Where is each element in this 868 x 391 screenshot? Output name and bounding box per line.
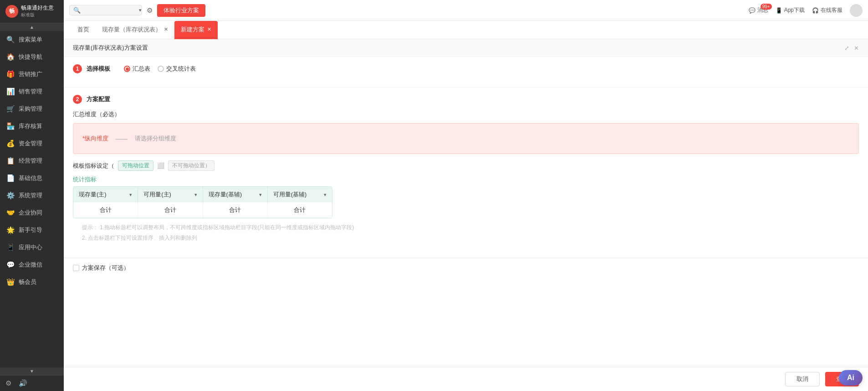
sidebar-item-newbie[interactable]: 🌟 新手引导 <box>0 221 64 239</box>
sidebar-item-inventory[interactable]: 🏪 库存核算 <box>0 118 64 135</box>
search-input[interactable] <box>82 7 137 14</box>
sidebar-item-system[interactable]: ⚙️ 系统管理 <box>0 187 64 204</box>
online-service-btn[interactable]: 🎧 在线客服 <box>812 6 842 14</box>
panel-title: 现存量(库存状况表)方案设置 <box>73 44 148 52</box>
sidebar-item-marketing[interactable]: 🎁 营销推广 <box>0 66 64 83</box>
logo-text: 畅康通好生意 标准版 <box>21 5 54 18</box>
section1-num: 1 <box>73 64 82 73</box>
sidebar-item-member[interactable]: 👑 畅会员 <box>0 273 64 291</box>
sidebar-item-finance[interactable]: 💰 资金管理 <box>0 135 64 152</box>
cancel-button[interactable]: 取消 <box>785 372 820 386</box>
tab-inventory-status[interactable]: 现存量（库存状况表） ✕ <box>96 21 174 39</box>
sidebar-item-company[interactable]: 🤝 企业协同 <box>0 204 64 221</box>
metrics-body-col-2: 合计 <box>203 202 268 218</box>
metrics-body-col-0: 合计 <box>73 202 138 218</box>
settings-icon[interactable]: ⚙ <box>5 379 11 387</box>
sidebar-item-basic-info[interactable]: 📄 基础信息 <box>0 170 64 187</box>
metrics-table: 现存量(主) ▾ 可用量(主) ▾ 现存量(基辅) ▾ 可用量(基辅) <box>73 186 332 218</box>
sidebar: 畅 畅康通好生意 标准版 ▲ 🔍 搜索菜单 🏠 快捷导航 🎁 营销推广 📊 销售… <box>0 0 64 391</box>
dimension-box[interactable]: *纵向维度 —— 请选择分组维度 <box>73 123 859 154</box>
radio-summary[interactable]: 汇总表 <box>124 65 150 73</box>
tab-home[interactable]: 首页 <box>71 21 96 39</box>
tab-new-scheme-close[interactable]: ✕ <box>207 26 211 32</box>
save-scheme-checkbox[interactable]: 方案保存（可选） <box>73 264 129 272</box>
messages-btn[interactable]: 💬 消息 99+ <box>749 6 768 14</box>
radio-cross-circle <box>158 66 164 72</box>
member-icon: 👑 <box>6 278 15 286</box>
dim-placeholder: 请选择分组维度 <box>135 134 176 143</box>
wechat-icon: 💬 <box>6 261 15 269</box>
action-bar: 取消 查询 <box>64 367 868 391</box>
sidebar-logo: 畅 畅康通好生意 标准版 <box>0 0 64 23</box>
radio-cross[interactable]: 交叉统计表 <box>158 65 196 73</box>
ai-fab-button[interactable]: Ai <box>839 370 863 386</box>
sidebar-item-wechat[interactable]: 💬 企业微信 <box>0 256 64 273</box>
save-checkbox-box[interactable] <box>73 265 79 271</box>
operation-icon: 📋 <box>6 157 15 165</box>
metrics-col-0[interactable]: 现存量(主) ▾ <box>73 187 138 202</box>
sidebar-scroll-up[interactable]: ▲ <box>0 23 64 31</box>
headset-icon: 🎧 <box>812 7 819 14</box>
section-template: 1 选择模板 汇总表 交叉统计表 <box>64 57 868 87</box>
save-scheme-row: 方案保存（可选） <box>64 258 868 278</box>
industry-btn[interactable]: 体验行业方案 <box>157 4 205 17</box>
avatar[interactable] <box>850 4 863 17</box>
tag-drag: 可拖动位置 <box>118 160 153 171</box>
metrics-body-col-1: 合计 <box>138 202 203 218</box>
metrics-col-1[interactable]: 可用量(主) ▾ <box>138 187 203 202</box>
finance-icon: 💰 <box>6 139 15 148</box>
logo-icon: 畅 <box>5 5 18 18</box>
sound-icon[interactable]: 🔊 <box>19 379 27 387</box>
tab-bar: 首页 现存量（库存状况表） ✕ 新建方案 ✕ <box>64 21 868 39</box>
dim-dash: —— <box>116 135 128 142</box>
metrics-section-title: 统计指标 <box>73 175 859 184</box>
metrics-table-body: 合计 合计 合计 合计 <box>73 202 332 218</box>
metrics-col-2[interactable]: 现存量(基辅) ▾ <box>203 187 268 202</box>
topbar: 🔍 ▾ ⚙ 体验行业方案 💬 消息 99+ 📱 App下载 🎧 在线客服 <box>64 0 868 21</box>
sidebar-item-app-center[interactable]: 📱 应用中心 <box>0 239 64 256</box>
tag-nodrag: 不可拖动位置） <box>168 160 214 171</box>
radio-summary-circle <box>124 66 130 72</box>
template-radio-group: 汇总表 交叉统计表 <box>124 65 196 73</box>
sidebar-scroll-down[interactable]: ▼ <box>0 367 64 375</box>
sidebar-item-purchase[interactable]: 🛒 采购管理 <box>0 100 64 118</box>
app-download-btn[interactable]: 📱 App下载 <box>776 6 805 14</box>
marketing-icon: 🎁 <box>6 70 15 78</box>
section1-header: 1 选择模板 汇总表 交叉统计表 <box>73 64 859 73</box>
metrics-col-3[interactable]: 可用量(基辅) ▾ <box>268 187 332 202</box>
content-area: 现存量(库存状况表)方案设置 ⤢ ✕ 1 选择模板 汇总表 <box>64 39 868 391</box>
message-icon: 💬 <box>749 7 756 14</box>
section1-title: 选择模板 <box>87 65 110 73</box>
sidebar-item-search-menu[interactable]: 🔍 搜索菜单 <box>0 31 64 48</box>
sidebar-nav: 🔍 搜索菜单 🏠 快捷导航 🎁 营销推广 📊 销售管理 🛒 采购管理 🏪 库存核… <box>0 31 64 367</box>
panel-expand-icon[interactable]: ⤢ <box>844 45 849 51</box>
topbar-right: 💬 消息 99+ 📱 App下载 🎧 在线客服 <box>749 4 863 17</box>
quick-nav-icon: 🏠 <box>6 53 15 61</box>
sidebar-item-sales[interactable]: 📊 销售管理 <box>0 83 64 100</box>
tab-new-scheme[interactable]: 新建方案 ✕ <box>174 21 218 39</box>
section2-header: 2 方案配置 <box>73 95 859 104</box>
col2-chevron-icon[interactable]: ▾ <box>259 192 262 198</box>
col0-chevron-icon[interactable]: ▾ <box>129 192 132 198</box>
tab-inventory-status-close[interactable]: ✕ <box>164 26 168 32</box>
basic-info-icon: 📄 <box>6 174 15 182</box>
phone-icon: 📱 <box>776 7 782 14</box>
sidebar-item-operation[interactable]: 📋 经营管理 <box>0 152 64 170</box>
company-icon: 🤝 <box>6 209 15 217</box>
gear-icon[interactable]: ⚙ <box>147 6 153 15</box>
panel-header: 现存量(库存状况表)方案设置 ⤢ ✕ <box>64 39 868 57</box>
panel-close-icon[interactable]: ✕ <box>854 45 859 51</box>
sidebar-item-quick-nav[interactable]: 🏠 快捷导航 <box>0 48 64 66</box>
app-center-icon: 📱 <box>6 243 15 252</box>
search-bar[interactable]: 🔍 ▾ <box>69 5 142 15</box>
section2-title: 方案配置 <box>87 95 110 103</box>
sidebar-footer: ⚙ 🔊 <box>0 375 64 391</box>
col1-chevron-icon[interactable]: ▾ <box>194 192 197 198</box>
newbie-icon: 🌟 <box>6 226 15 234</box>
col3-chevron-icon[interactable]: ▾ <box>324 192 327 198</box>
search-icon: 🔍 <box>73 7 81 14</box>
dim-required-label: 汇总维度（必选） <box>73 110 859 118</box>
page-panel: 现存量(库存状况表)方案设置 ⤢ ✕ 1 选择模板 汇总表 <box>64 39 868 368</box>
search-dropdown-icon[interactable]: ▾ <box>139 7 142 13</box>
metrics-body-col-3: 合计 <box>268 202 332 218</box>
